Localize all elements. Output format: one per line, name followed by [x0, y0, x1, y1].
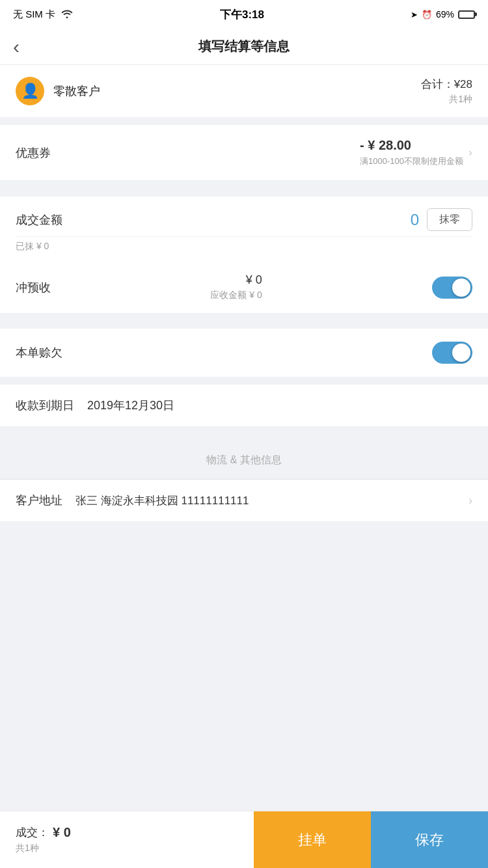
already-rounded: 已抹 ¥ 0 — [16, 237, 472, 262]
coupon-sub-text: 满1000-100不限制使用金额 — [360, 156, 463, 167]
duedate-row: 收款到期日 2019年12月30日 — [16, 398, 472, 413]
total-amount: 合计：¥28 — [421, 77, 472, 92]
debt-toggle-knob — [452, 344, 470, 362]
logistics-divider: 物流 & 其他信息 — [0, 442, 488, 479]
total-count: 共1种 — [421, 94, 472, 105]
transaction-value[interactable]: 0 — [411, 211, 419, 229]
bottom-count: 共1种 — [16, 843, 238, 854]
transaction-label: 成交金额 — [16, 212, 62, 228]
amount-input-area: 0 抹零 — [411, 208, 472, 231]
status-time: 下午3:18 — [220, 7, 264, 22]
customer-left: 👤 零散客户 — [16, 77, 100, 105]
transaction-section: 成交金额 0 抹零 已抹 ¥ 0 冲预收 ¥ 0 应收金额 ¥ 0 — [0, 197, 488, 313]
wifi-icon — [61, 9, 74, 20]
coupon-label: 优惠券 — [16, 145, 51, 161]
separator-2 — [0, 321, 488, 329]
bottom-deal: 成交： ¥ 0 — [16, 825, 238, 840]
address-section[interactable]: 客户地址 张三 海淀永丰科技园 11111111111 › — [0, 480, 488, 521]
coupon-row[interactable]: 优惠券 - ¥ 28.00 满1000-100不限制使用金额 › — [0, 125, 488, 181]
separator-3 — [0, 434, 488, 442]
address-label: 客户地址 — [16, 493, 62, 508]
logistics-divider-text: 物流 & 其他信息 — [206, 454, 282, 465]
precollect-label: 冲预收 — [16, 280, 51, 295]
save-button[interactable]: 保存 — [371, 811, 488, 869]
nav-bar: ‹ 填写结算等信息 — [0, 29, 488, 65]
duedate-label: 收款到期日 — [16, 398, 74, 413]
page-title: 填写结算等信息 — [198, 38, 290, 55]
bottom-bar: 成交： ¥ 0 共1种 挂单 保存 — [0, 811, 488, 868]
battery-percent: 69% — [436, 9, 454, 20]
debt-label: 本单赊欠 — [16, 345, 62, 360]
bottom-deal-amount: ¥ 0 — [53, 825, 71, 840]
precollect-values: ¥ 0 应收金额 ¥ 0 — [210, 273, 262, 301]
duedate-section: 收款到期日 2019年12月30日 — [0, 385, 488, 426]
back-button[interactable]: ‹ — [13, 36, 39, 58]
status-left: 无 SIM 卡 — [13, 8, 74, 21]
transaction-row: 成交金额 0 抹零 — [16, 197, 472, 237]
debt-toggle[interactable] — [432, 342, 472, 364]
bottom-info: 成交： ¥ 0 共1种 — [0, 825, 254, 854]
chevron-right-icon: › — [468, 146, 472, 159]
content: 👤 零散客户 合计：¥28 共1种 优惠券 - ¥ 28.00 满1000-10… — [0, 65, 488, 640]
coupon-right: - ¥ 28.00 满1000-100不限制使用金额 › — [360, 138, 472, 167]
carrier-text: 无 SIM 卡 — [13, 8, 55, 21]
address-value: 张三 海淀永丰科技园 11111111111 — [75, 493, 468, 508]
debt-section: 本单赊欠 — [0, 329, 488, 377]
customer-row: 👤 零散客户 合计：¥28 共1种 — [0, 65, 488, 117]
coupon-value-area: - ¥ 28.00 满1000-100不限制使用金额 — [360, 138, 463, 167]
precollect-row: 冲预收 ¥ 0 应收金额 ¥ 0 — [16, 262, 472, 313]
alarm-icon: ⏰ — [422, 10, 432, 20]
precollect-toggle[interactable] — [432, 277, 472, 299]
pending-button[interactable]: 挂单 — [254, 811, 371, 869]
bottom-deal-label: 成交： — [16, 825, 49, 840]
location-icon: ➤ — [411, 10, 418, 20]
empty-space — [0, 529, 488, 581]
status-right: ➤ ⏰ 69% — [411, 9, 475, 20]
coupon-value: - ¥ 28.00 — [360, 138, 463, 153]
avatar-icon: 👤 — [21, 83, 39, 100]
battery-icon — [458, 10, 475, 19]
address-chevron-icon: › — [468, 494, 472, 508]
customer-name: 零散客户 — [53, 83, 100, 99]
coupon-section[interactable]: 优惠券 - ¥ 28.00 满1000-100不限制使用金额 › — [0, 125, 488, 181]
separator-1 — [0, 189, 488, 197]
customer-right: 合计：¥28 共1种 — [421, 77, 472, 105]
duedate-value: 2019年12月30日 — [87, 398, 174, 413]
avatar: 👤 — [16, 77, 44, 105]
status-bar: 无 SIM 卡 下午3:18 ➤ ⏰ 69% — [0, 0, 488, 29]
precollect-sub-value: 应收金额 ¥ 0 — [210, 290, 262, 301]
precollect-main-value: ¥ 0 — [210, 273, 262, 287]
round-button[interactable]: 抹零 — [427, 208, 472, 231]
toggle-knob — [452, 278, 470, 297]
